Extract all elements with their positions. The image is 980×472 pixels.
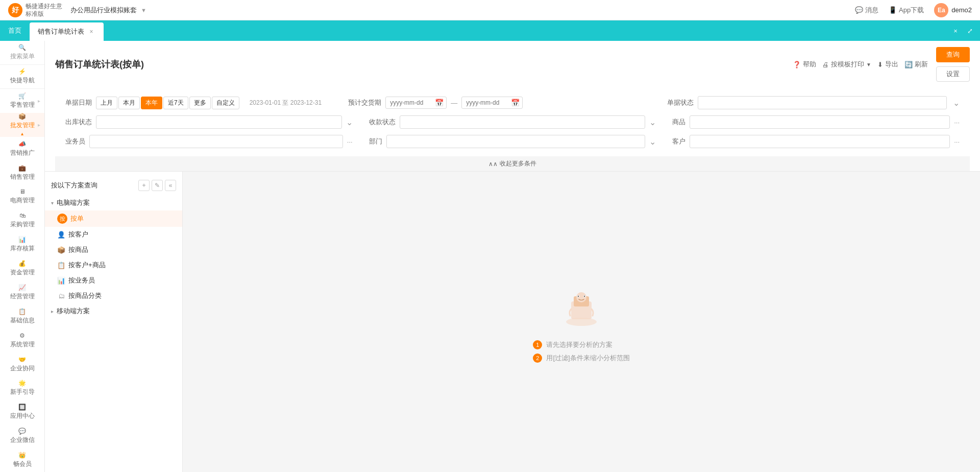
sidebar-item-ecommerce[interactable]: 🖥 电商管理 xyxy=(0,184,44,208)
sidebar-item-corp[interactable]: 🤝 企业协同 xyxy=(0,352,44,376)
sales-icon: 💼 xyxy=(18,164,26,172)
collapse-bar[interactable]: ∧∧ 收起更多条件 xyxy=(55,156,970,171)
top-bar: 好 畅捷通好生意 标准版 办公用品行业模拟账套 ▼ 💬 消息 📱 App下载 E… xyxy=(0,0,980,20)
expected-date-label: 预计交货期 xyxy=(348,98,381,107)
receipt-status-label: 收款状态 xyxy=(369,117,396,127)
salesperson-ellipsis-icon[interactable]: ··· xyxy=(347,138,353,146)
tree-group-mobile-title[interactable]: ▸ 移动端方案 xyxy=(45,303,182,319)
left-panel-header: 按以下方案查询 + ✎ « xyxy=(45,176,182,195)
tab-home[interactable]: 首页 xyxy=(0,20,30,41)
tree-item-by-product[interactable]: 📦 按商品 xyxy=(45,242,182,257)
message-button[interactable]: 💬 消息 xyxy=(855,6,878,15)
date-btn-last-month[interactable]: 上月 xyxy=(96,97,117,109)
sidebar-item-basic[interactable]: 📋 基础信息 xyxy=(0,304,44,328)
date-btn-this-month[interactable]: 本月 xyxy=(118,97,140,109)
finance-icon: 💰 xyxy=(18,260,26,267)
active-scheme-icon: 按 xyxy=(57,214,67,224)
add-scheme-button[interactable]: + xyxy=(138,180,150,191)
sidebar-item-corp-wechat[interactable]: 💬 企业微信 xyxy=(0,424,44,448)
sidebar-item-app-center[interactable]: 🔲 应用中心 xyxy=(0,400,44,424)
tree-group-desktop-title[interactable]: ▾ 电脑端方案 xyxy=(45,195,182,210)
status-select[interactable] xyxy=(698,96,947,109)
filter-area: 单据日期 上月 本月 本年 近7天 更多 自定义 2023-01-01 至 20… xyxy=(55,88,970,156)
dept-label: 部门 xyxy=(369,137,382,146)
content-area: 销售订单统计表(按单) ❓ 帮助 🖨 按模板打印 ▼ ⬇ xyxy=(45,41,980,472)
top-bar-dropdown-icon[interactable]: ▼ xyxy=(141,7,146,13)
corp-icon: 🤝 xyxy=(18,356,26,363)
member-icon: 👑 xyxy=(18,452,26,459)
date-btn-7days[interactable]: 近7天 xyxy=(163,97,188,109)
app-download-button[interactable]: 📱 App下载 xyxy=(889,6,924,15)
dept-select[interactable] xyxy=(386,135,646,148)
tree-item-by-customer[interactable]: 👤 按客户 xyxy=(45,227,182,242)
sidebar-item-member[interactable]: 👑 畅会员 xyxy=(0,448,44,472)
expected-date-to-wrap: 📅 xyxy=(461,97,523,109)
empty-hints: 1 请先选择要分析的方案 2 用[过滤]条件来缩小分析范围 xyxy=(533,340,629,363)
sidebar-item-purchase[interactable]: 🛍 采购管理 xyxy=(0,208,44,232)
query-button[interactable]: 查询 xyxy=(936,47,970,62)
print-button[interactable]: 🖨 按模板打印 ▼ xyxy=(822,60,871,69)
status-expand-icon[interactable]: ⌄ xyxy=(953,98,960,108)
out-status-expand-icon[interactable]: ⌄ xyxy=(346,117,353,127)
tree-collapse-arrow: ▸ xyxy=(51,309,54,314)
main-layout: 🔍 搜索菜单 ⚡ 快捷导航 🛒 零售管理 📦 批发管理 ▴ 📣 营销推广 💼 销… xyxy=(0,41,980,472)
sidebar-item-wholesale[interactable]: 📦 批发管理 ▴ xyxy=(0,113,44,137)
sidebar-item-marketing[interactable]: 📣 营销推广 xyxy=(0,137,44,161)
sidebar-item-finance[interactable]: 💰 资金管理 xyxy=(0,256,44,280)
dept-expand-icon[interactable]: ⌄ xyxy=(649,137,656,147)
tab-sales-order-stats[interactable]: 销售订单统计表 × xyxy=(30,22,104,41)
sidebar-search[interactable]: 🔍 搜索菜单 xyxy=(0,41,44,65)
page-title: 销售订单统计表(按单) xyxy=(55,58,144,70)
sidebar-item-inventory[interactable]: 📊 库存核算 xyxy=(0,232,44,256)
product-input[interactable] xyxy=(690,115,950,129)
calendar-to-icon[interactable]: 📅 xyxy=(511,99,520,107)
filter-row-1: 单据日期 上月 本月 本年 近7天 更多 自定义 2023-01-01 至 20… xyxy=(65,96,960,109)
refresh-button[interactable]: 🔄 刷新 xyxy=(904,60,928,69)
tab-maximize-button[interactable]: ⤢ xyxy=(964,25,976,37)
sidebar-item-newbie[interactable]: 🌟 新手引导 xyxy=(0,376,44,400)
edit-scheme-button[interactable]: ✎ xyxy=(152,180,163,191)
receipt-status-expand-icon[interactable]: ⌄ xyxy=(649,117,656,127)
add-icon: + xyxy=(142,182,145,189)
collapse-panel-icon: « xyxy=(169,182,173,189)
filter-receipt-status-section: 收款状态 ⌄ xyxy=(369,115,656,129)
tree-item-by-product-category[interactable]: 🗂 按商品分类 xyxy=(45,288,182,303)
settings-button[interactable]: 设置 xyxy=(936,66,970,82)
out-status-select[interactable] xyxy=(96,115,342,129)
search-icon: 🔍 xyxy=(18,44,26,51)
date-separator: — xyxy=(451,99,457,107)
tree-item-by-order[interactable]: 按 按单 xyxy=(45,210,182,227)
user-area[interactable]: Ea demo2 xyxy=(934,3,972,17)
help-button[interactable]: ❓ 帮助 xyxy=(793,60,816,69)
product-ellipsis-icon[interactable]: ··· xyxy=(954,119,960,126)
collapse-button[interactable]: ∧∧ 收起更多条件 xyxy=(488,159,536,168)
empty-illustration xyxy=(556,281,607,332)
calendar-from-icon[interactable]: 📅 xyxy=(435,99,444,107)
customer-ellipsis-icon[interactable]: ··· xyxy=(954,138,960,146)
date-btn-this-year[interactable]: 本年 xyxy=(141,97,162,109)
collapse-panel-button[interactable]: « xyxy=(165,180,176,191)
empty-hint-2: 2 用[过滤]条件来缩小分析范围 xyxy=(533,353,629,363)
tree-item-by-salesperson[interactable]: 📊 按业务员 xyxy=(45,273,182,288)
left-panel: 按以下方案查询 + ✎ « xyxy=(45,172,183,472)
filter-dept-section: 部门 ⌄ xyxy=(369,135,656,148)
tab-minimize-button[interactable]: × xyxy=(949,25,962,37)
tab-close-icon[interactable]: × xyxy=(87,28,95,36)
sidebar-item-retail[interactable]: 🛒 零售管理 xyxy=(0,89,44,113)
sidebar-item-operations[interactable]: 📈 经营管理 xyxy=(0,280,44,304)
date-btn-more[interactable]: 更多 xyxy=(189,97,211,109)
sidebar-quick-nav[interactable]: ⚡ 快捷导航 xyxy=(0,65,44,89)
tree-item-by-customer-product[interactable]: 📋 按客户+商品 xyxy=(45,257,182,273)
basic-icon: 📋 xyxy=(18,308,26,315)
operations-icon: 📈 xyxy=(18,284,26,291)
receipt-status-select[interactable] xyxy=(400,115,646,129)
export-button[interactable]: ⬇ 导出 xyxy=(877,60,898,69)
salesperson-input[interactable] xyxy=(89,135,343,148)
customer-input[interactable] xyxy=(690,135,950,148)
sidebar-item-sales[interactable]: 💼 销售管理 xyxy=(0,161,44,185)
date-btn-custom[interactable]: 自定义 xyxy=(212,97,239,109)
ecommerce-icon: 🖥 xyxy=(19,188,26,195)
sidebar-item-system[interactable]: ⚙ 系统管理 xyxy=(0,328,44,352)
date-range-display: 2023-01-01 至 2023-12-31 xyxy=(250,99,322,107)
scheme-icon-customer: 👤 xyxy=(57,230,65,239)
